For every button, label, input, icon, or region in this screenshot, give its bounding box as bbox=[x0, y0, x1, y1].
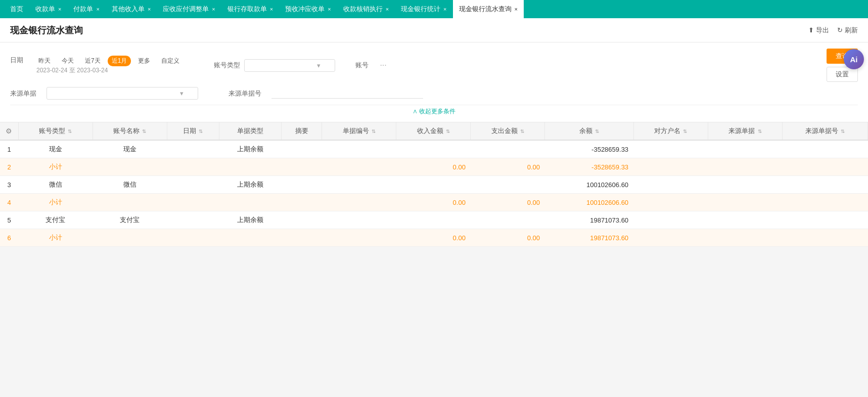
col-doc-type: 单据类型 bbox=[219, 122, 282, 140]
account-dots[interactable]: ··· bbox=[380, 61, 386, 70]
nav-receipt[interactable]: 收款单 × bbox=[29, 0, 67, 18]
sort-counterpart-icon[interactable]: ⇅ bbox=[683, 128, 687, 134]
table-cell: 上期余额 bbox=[219, 176, 282, 194]
date-opt-7days[interactable]: 近7天 bbox=[81, 56, 105, 66]
table-cell bbox=[167, 194, 219, 211]
sort-doc-no-icon[interactable]: ⇅ bbox=[372, 128, 376, 134]
refresh-icon: ↻ bbox=[837, 26, 843, 34]
table-cell bbox=[167, 158, 219, 176]
table-cell bbox=[708, 229, 782, 247]
sort-source-doc-icon[interactable]: ⇅ bbox=[758, 128, 762, 134]
account-type-select[interactable]: ▾ bbox=[244, 59, 335, 72]
nav-prepay[interactable]: 预收冲应收单 × bbox=[279, 0, 337, 18]
close-payment-icon[interactable]: × bbox=[96, 0, 99, 18]
col-doc-no: 单据编号 ⇅ bbox=[322, 122, 396, 140]
table-cell: 4 bbox=[0, 194, 18, 211]
table-row: 1现金现金上期余额-3528659.33 bbox=[0, 140, 868, 158]
table-cell: 支付宝 bbox=[18, 211, 93, 229]
table-cell: 0.00 bbox=[471, 229, 545, 247]
date-opt-today[interactable]: 今天 bbox=[58, 56, 78, 66]
table-cell: 1 bbox=[0, 140, 18, 158]
collapse-bar[interactable]: ∧ 收起更多条件 bbox=[10, 105, 858, 118]
table-cell bbox=[167, 211, 219, 229]
nav-stats[interactable]: 现金银行统计 × bbox=[395, 0, 452, 18]
table-cell bbox=[633, 211, 708, 229]
table-row: 5支付宝支付宝上期余额19871073.60 bbox=[0, 211, 868, 229]
table-cell: 2 bbox=[0, 158, 18, 176]
close-adjust-icon[interactable]: × bbox=[212, 0, 215, 18]
table-cell bbox=[782, 140, 867, 158]
table-cell bbox=[322, 211, 396, 229]
table-cell bbox=[93, 229, 167, 247]
table-container: ⚙ 账号类型 ⇅ 账号名称 ⇅ 日期 ⇅ 单据类型 摘要 bbox=[0, 122, 868, 247]
close-bank-icon[interactable]: × bbox=[270, 0, 273, 18]
table-cell: 上期余额 bbox=[219, 140, 282, 158]
gear-icon[interactable]: ⚙ bbox=[6, 127, 12, 135]
close-flow-query-icon[interactable]: × bbox=[515, 0, 518, 18]
table-cell bbox=[93, 158, 167, 176]
table-cell: 0.00 bbox=[396, 229, 471, 247]
nav-home[interactable]: 首页 bbox=[4, 0, 29, 18]
table-cell bbox=[782, 211, 867, 229]
table-cell bbox=[782, 176, 867, 194]
sort-expense-icon[interactable]: ⇅ bbox=[520, 128, 524, 134]
table-cell: 小计 bbox=[18, 158, 93, 176]
table-cell bbox=[396, 140, 471, 158]
nav-verify[interactable]: 收款核销执行 × bbox=[337, 0, 395, 18]
sort-source-doc-no-icon[interactable]: ⇅ bbox=[841, 128, 845, 134]
sort-balance-icon[interactable]: ⇅ bbox=[595, 128, 599, 134]
page-header: 现金银行流水查询 ⬆ 导出 ↻ 刷新 bbox=[0, 18, 868, 42]
date-opt-more[interactable]: 更多 bbox=[134, 56, 154, 66]
nav-bank[interactable]: 银行存取款单 × bbox=[221, 0, 279, 18]
table-cell bbox=[782, 229, 867, 247]
nav-payment[interactable]: 付款单 × bbox=[67, 0, 105, 18]
table-cell bbox=[708, 140, 782, 158]
table-cell: 支付宝 bbox=[93, 211, 167, 229]
sort-date-icon[interactable]: ⇅ bbox=[199, 128, 203, 134]
close-other-income-icon[interactable]: × bbox=[148, 0, 151, 18]
table-cell bbox=[633, 140, 708, 158]
table-cell bbox=[782, 158, 867, 176]
table-cell bbox=[282, 211, 322, 229]
table-cell bbox=[219, 158, 282, 176]
sort-income-icon[interactable]: ⇅ bbox=[446, 128, 450, 134]
close-stats-icon[interactable]: × bbox=[443, 0, 446, 18]
table-cell: -3528659.33 bbox=[545, 158, 633, 176]
date-options-container: 昨天 今天 近7天 近1月 更多 自定义 2023-02-24 至 2023-0… bbox=[34, 56, 184, 75]
close-prepay-icon[interactable]: × bbox=[328, 0, 331, 18]
col-summary: 摘要 bbox=[282, 122, 322, 140]
table-cell bbox=[708, 176, 782, 194]
close-verify-icon[interactable]: × bbox=[386, 0, 389, 18]
ai-assistant-button[interactable]: Ai bbox=[844, 49, 864, 69]
table-cell: 微信 bbox=[18, 176, 93, 194]
table-cell bbox=[708, 194, 782, 211]
export-button[interactable]: ⬆ 导出 bbox=[808, 26, 829, 35]
sort-account-name-icon[interactable]: ⇅ bbox=[142, 128, 146, 134]
table-cell bbox=[322, 140, 396, 158]
table-cell bbox=[633, 229, 708, 247]
nav-flow-query[interactable]: 现金银行流水查询 × bbox=[453, 0, 524, 18]
nav-adjust[interactable]: 应收应付调整单 × bbox=[157, 0, 221, 18]
source-doc-no-input[interactable] bbox=[271, 89, 423, 99]
table-cell bbox=[282, 140, 322, 158]
date-opt-yesterday[interactable]: 昨天 bbox=[34, 56, 55, 66]
source-doc-select[interactable]: ▾ bbox=[47, 87, 198, 100]
data-table: ⚙ 账号类型 ⇅ 账号名称 ⇅ 日期 ⇅ 单据类型 摘要 bbox=[0, 122, 868, 247]
nav-other-income[interactable]: 其他收入单 × bbox=[106, 0, 157, 18]
col-source-doc-no: 来源单据号 ⇅ bbox=[782, 122, 867, 140]
date-opt-1month[interactable]: 近1月 bbox=[108, 56, 131, 66]
refresh-button[interactable]: ↻ 刷新 bbox=[837, 26, 858, 35]
close-receipt-icon[interactable]: × bbox=[58, 0, 61, 18]
page-title: 现金银行流水查询 bbox=[10, 24, 83, 36]
col-expense: 支出金额 ⇅ bbox=[471, 122, 545, 140]
table-cell: 小计 bbox=[18, 229, 93, 247]
table-cell: 现金 bbox=[93, 140, 167, 158]
col-source-doc: 来源单据 ⇅ bbox=[708, 122, 782, 140]
date-opt-custom[interactable]: 自定义 bbox=[157, 56, 184, 66]
account-type-label: 账号类型 bbox=[214, 61, 240, 70]
sort-account-type-icon[interactable]: ⇅ bbox=[68, 128, 72, 134]
source-doc-no-label: 来源单据号 bbox=[229, 89, 261, 98]
table-cell: 微信 bbox=[93, 176, 167, 194]
table-body: 1现金现金上期余额-3528659.332小计0.000.00-3528659.… bbox=[0, 140, 868, 247]
export-icon: ⬆ bbox=[808, 26, 814, 34]
